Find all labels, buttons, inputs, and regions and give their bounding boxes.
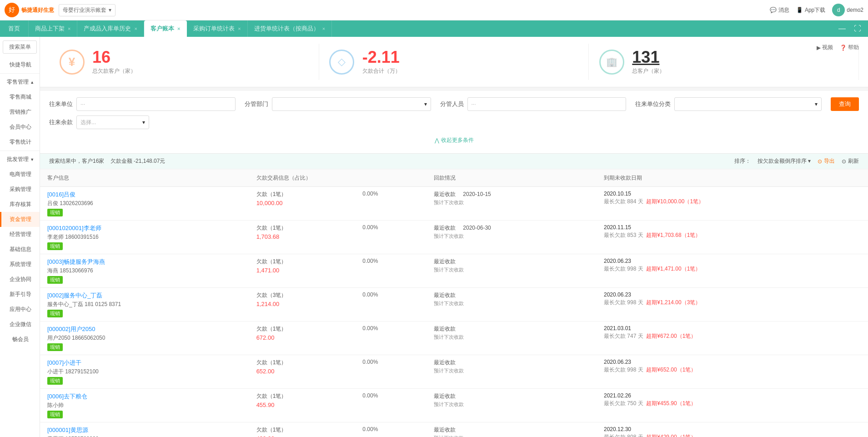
sidebar-item-basic-info-label: 基础信息 (10, 246, 31, 252)
sidebar-item-inventory-label: 库存核算 (10, 201, 31, 207)
sidebar-item-inventory[interactable]: 库存核算 (0, 197, 40, 212)
store-name: 母婴行业演示账套 (63, 6, 106, 14)
sidebar-item-guide[interactable]: 新手引导 (0, 287, 40, 302)
sidebar-item-retail-mall[interactable]: 零售商城 (0, 90, 40, 105)
search-menu-btn[interactable]: 搜索菜单 (3, 40, 37, 54)
help-btn[interactable]: ❓ 帮助 (840, 44, 859, 51)
customer-name-link[interactable]: [0001020001]李老师 (47, 225, 101, 231)
customer-name-link[interactable]: [0007]小进干 (47, 359, 81, 366)
debt-ratio: 0.00% (362, 426, 419, 432)
sidebar-item-marketing[interactable]: 营销推广 (0, 105, 40, 120)
overdue-days: 最长欠款 808 天 超期¥429.00（1笔） (604, 433, 861, 437)
tab-purchase-order[interactable]: 采购订单统计表 × (187, 20, 247, 37)
overdue-link[interactable]: 超期¥1,703.68（1笔） (646, 232, 701, 238)
next-collect: 预计下次收款 (434, 401, 589, 408)
stat-debt-amount-icon: ◇ (328, 48, 356, 75)
staff-input[interactable]: ··· (467, 97, 627, 111)
unit-class-select[interactable]: ▾ (674, 97, 822, 111)
filter-remaining: 往来余款 选择... ▾ (49, 116, 149, 129)
customer-name-link[interactable]: [0006]去下粮仓 (47, 393, 87, 400)
overdue-link[interactable]: 超期¥10,000.00（1笔） (646, 198, 704, 205)
tab-maximize-icon[interactable]: ⛶ (852, 25, 863, 33)
sidebar-item-purchase[interactable]: 采购管理 (0, 182, 40, 197)
sidebar-item-membership[interactable]: 会员中心 (0, 120, 40, 135)
sidebar-item-member[interactable]: 畅会员 (0, 332, 40, 347)
sidebar-item-retail-stats[interactable]: 零售统计 (0, 135, 40, 150)
customer-cell: [0007]小进干 小进干 18279152100 现销 (40, 355, 249, 389)
sidebar-item-retail-mgmt[interactable]: 零售管理 ▲ (0, 75, 40, 90)
last-collect: 最近收款 (434, 392, 589, 400)
customer-name-link[interactable]: [0002]服务中心_丁磊 (47, 292, 102, 299)
tab-close-icon[interactable]: × (177, 26, 180, 31)
customer-name-link[interactable]: [0003]畅捷服务尹海燕 (47, 258, 105, 265)
debt-amount: 10,000.00 (256, 200, 348, 206)
tab-actions: — ⛶ (836, 25, 868, 33)
sidebar-item-wecom[interactable]: 企业微信 (0, 317, 40, 332)
stat-debt-customers-content: 16 总欠款客户（家） (92, 49, 136, 75)
debt-amount: 455.90 (256, 402, 348, 408)
overdue-link[interactable]: 超期¥455.90（1笔） (646, 400, 696, 407)
next-collect: 预计下次收款 (434, 233, 589, 240)
tab-close-icon[interactable]: × (238, 26, 241, 31)
debt-amount-label: 欠款合计（万） (362, 67, 401, 75)
refresh-btn[interactable]: ⊙ 刷新 (842, 157, 859, 165)
due-date: 2020.10.15 (604, 191, 861, 197)
sidebar-item-app-center[interactable]: 应用中心 (0, 302, 40, 317)
tab-customer-account[interactable]: 客户账本 × (144, 20, 187, 37)
sidebar-item-basic-info[interactable]: 基础信息 (0, 242, 40, 257)
due-date: 2020.06.23 (604, 291, 861, 298)
result-sort-select[interactable]: 按欠款金额倒序排序 ▾ (758, 157, 811, 165)
filter-area: 往来单位 ··· 分管部门 ▾ 分管人员 ··· (40, 91, 868, 153)
yuan-icon: ¥ (60, 50, 85, 75)
table-header: 客户信息 欠款交易信息（占比） 回款情况 到期未收款日期 (40, 170, 868, 187)
customer-name-link[interactable]: [000001]黄思源 (47, 427, 88, 433)
overdue-link[interactable]: 超期¥1,471.00（1笔） (646, 266, 701, 272)
tab-product-history[interactable]: 产成品入库单历史 × (77, 20, 144, 37)
customer-name-link[interactable]: [0016]吕俊 (47, 191, 75, 198)
result-actions: 排序： 按欠款金额倒序排序 ▾ ⊙ 导出 ⊙ 刷新 (734, 157, 859, 165)
customer-name-link[interactable]: [000002]用户2050 (47, 326, 95, 332)
sidebar-item-enterprise[interactable]: 企业协同 (0, 272, 40, 287)
export-btn[interactable]: ⊙ 导出 (818, 157, 835, 165)
due-cell: 2020.06.23 最长欠款 998 天 超期¥652.00（1笔） (597, 355, 868, 389)
user-area[interactable]: d demo2 (832, 4, 863, 16)
customer-tag: 现销 (47, 276, 63, 284)
tab-home[interactable]: 首页 (0, 20, 29, 37)
collapse-btn[interactable]: ⋀ 收起更多条件 (49, 134, 859, 147)
remaining-select[interactable]: 选择... ▾ (76, 116, 149, 129)
sidebar-item-system[interactable]: 系统管理 (0, 257, 40, 272)
sidebar-item-operations[interactable]: 经营管理 (0, 227, 40, 242)
app-download-btn[interactable]: 📱 App下载 (796, 6, 825, 14)
filter-remaining-label: 往来余款 (49, 118, 73, 126)
from-unit-input[interactable]: ··· (76, 97, 236, 111)
return-cell: 最近收款 2020-06-30 预计下次收款 (426, 221, 597, 254)
store-selector[interactable]: 母婴行业演示账套 ▾ (59, 4, 115, 16)
dept-select[interactable]: ▾ (272, 97, 431, 111)
tab-product-shelf[interactable]: 商品上下架 × (29, 20, 77, 37)
overdue-link[interactable]: 超期¥652.00（1笔） (646, 367, 696, 373)
tab-close-icon[interactable]: × (134, 26, 137, 31)
sidebar-item-finance[interactable]: 资金管理 (0, 212, 40, 227)
overdue-link[interactable]: 超期¥1,214.00（3笔） (646, 299, 701, 306)
sidebar-item-quick-nav[interactable]: 快捷导航 (0, 57, 40, 72)
tab-minimize-icon[interactable]: — (836, 25, 848, 33)
overdue-link[interactable]: 超期¥672.00（1笔） (646, 333, 696, 339)
tab-close-icon[interactable]: × (322, 26, 325, 31)
stat-debt-amount: ◇ -2.11 欠款合计（万） (319, 44, 589, 80)
refresh-icon: ⊙ (842, 158, 846, 165)
overdue-link[interactable]: 超期¥429.00（1笔） (646, 434, 696, 437)
sidebar-item-wholesale[interactable]: 批发管理 ▼ (0, 152, 40, 167)
col-debt-info: 欠款交易信息（占比） (249, 170, 426, 187)
tab-close-icon[interactable]: × (68, 26, 70, 31)
tab-purchase-stats[interactable]: 进货单统计表（按商品） × (248, 20, 332, 37)
video-btn[interactable]: ▶ 视频 (817, 44, 833, 51)
debt-customers-number: 16 (92, 49, 136, 65)
debt-count-cell: 欠款（1笔） 429.00 (249, 422, 356, 437)
tab-product-shelf-label: 商品上下架 (35, 25, 65, 33)
sidebar-item-ecommerce[interactable]: 电商管理 (0, 167, 40, 182)
search-btn[interactable]: 查询 (831, 97, 859, 111)
message-btn[interactable]: 💬 消息 (770, 6, 789, 14)
stat-debt-amount-content: -2.11 欠款合计（万） (362, 49, 401, 75)
debt-ratio-cell: 0.00% (355, 422, 426, 437)
stat-debt-customers-icon: ¥ (58, 48, 85, 75)
